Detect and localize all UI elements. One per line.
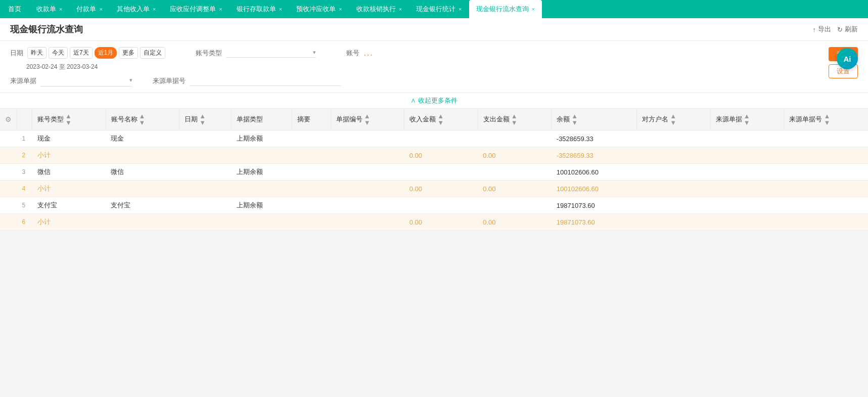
source-doc-label: 来源单据	[10, 76, 36, 85]
col-header-date[interactable]: 日期▲▼	[179, 109, 232, 130]
cell-summary	[292, 147, 331, 164]
nav-tab-收款单[interactable]: 收款单×	[29, 0, 69, 18]
cell-income: 0.00	[404, 147, 478, 164]
date-btn-昨天[interactable]: 昨天	[27, 47, 47, 59]
sort-icon-source_doc_num[interactable]: ▲▼	[824, 113, 830, 126]
date-btn-今天[interactable]: 今天	[49, 47, 68, 59]
tab-close-icon[interactable]: ×	[399, 6, 402, 12]
tab-close-icon[interactable]: ×	[59, 6, 62, 12]
date-btn-更多[interactable]: 更多	[119, 47, 138, 59]
cell-account_type: 小计	[32, 147, 106, 164]
source-doc-input[interactable]	[40, 75, 129, 85]
col-header-source_doc[interactable]: 来源单据▲▼	[710, 109, 784, 130]
nav-tab-应收应付调整单[interactable]: 应收应付调整单×	[163, 0, 229, 18]
tab-close-icon[interactable]: ×	[99, 6, 102, 12]
sort-icon-balance[interactable]: ▲▼	[571, 113, 578, 126]
sort-icon-counterpart[interactable]: ▲▼	[670, 113, 676, 126]
account-type-arrow-icon[interactable]: ▾	[313, 49, 316, 56]
sort-icon-income[interactable]: ▲▼	[437, 113, 444, 126]
nav-tab-付款单[interactable]: 付款单×	[69, 0, 109, 18]
account-dots-button[interactable]: ...	[363, 49, 373, 58]
cell-doc_number	[331, 130, 404, 147]
cell-doc_type: 上期余额	[232, 164, 292, 181]
sort-icon-account_name[interactable]: ▲▼	[139, 113, 146, 126]
row-settings-cell	[0, 214, 17, 231]
row-number: 3	[17, 164, 32, 181]
cell-counterpart	[637, 130, 711, 147]
cell-counterpart	[637, 164, 711, 181]
col-header-expense[interactable]: 支出金额▲▼	[478, 109, 552, 130]
tab-close-icon[interactable]: ×	[532, 6, 535, 12]
date-btn-近1月[interactable]: 近1月	[95, 47, 117, 59]
sort-icon-account_type[interactable]: ▲▼	[65, 113, 72, 126]
col-header-income[interactable]: 收入金额▲▼	[404, 109, 478, 130]
date-filter-group: 日期 昨天今天近7天近1月更多自定义	[10, 47, 165, 59]
col-header-balance[interactable]: 余额▲▼	[552, 109, 637, 130]
table-row: 6小计0.000.0019871073.60	[0, 214, 868, 231]
source-doc-arrow-icon[interactable]: ▾	[129, 77, 132, 83]
cell-balance: 100102606.60	[552, 181, 637, 197]
ai-badge[interactable]: Ai	[837, 48, 858, 69]
date-range-display: 2023-02-24 至 2023-03-24	[26, 63, 98, 70]
cell-source_doc_num	[784, 147, 868, 164]
source-doc-select-wrapper: ▾	[40, 75, 132, 86]
row-settings-cell	[0, 147, 17, 164]
date-btn-自定义[interactable]: 自定义	[140, 47, 165, 59]
col-header-account_type[interactable]: 账号类型▲▼	[32, 109, 106, 130]
cell-counterpart	[637, 214, 711, 231]
sort-icon-date[interactable]: ▲▼	[199, 113, 206, 126]
cell-source_doc_num	[784, 164, 868, 181]
cell-account_name: 微信	[106, 164, 179, 181]
tab-close-icon[interactable]: ×	[219, 6, 222, 12]
cell-balance: 19871073.60	[552, 197, 637, 214]
collapse-bar[interactable]: ∧ 收起更多条件	[0, 93, 868, 109]
account-type-select-wrapper: ▾	[226, 49, 316, 58]
date-label: 日期	[10, 49, 23, 58]
source-doc-num-label: 来源单据号	[153, 76, 186, 85]
col-header-settings: ⚙	[0, 109, 17, 130]
cell-expense: 0.00	[478, 147, 552, 164]
top-nav: 首页 收款单×付款单×其他收入单×应收应付调整单×银行存取款单×预收冲应收单×收…	[0, 0, 868, 18]
refresh-icon: ↻	[837, 26, 843, 33]
cell-source_doc	[710, 130, 784, 147]
col-header-doc_number[interactable]: 单据编号▲▼	[331, 109, 404, 130]
export-button[interactable]: ↑ 导出	[813, 25, 832, 34]
cell-doc_type: 上期余额	[232, 197, 292, 214]
tab-close-icon[interactable]: ×	[153, 6, 156, 12]
gear-icon[interactable]: ⚙	[5, 115, 12, 123]
cell-balance: 19871073.60	[552, 214, 637, 231]
cell-date	[179, 164, 232, 181]
nav-tab-其他收入单[interactable]: 其他收入单×	[110, 0, 163, 18]
nav-tab-预收冲应收单[interactable]: 预收冲应收单×	[289, 0, 349, 18]
row-settings-cell	[0, 181, 17, 197]
tab-close-icon[interactable]: ×	[459, 6, 462, 12]
tab-close-icon[interactable]: ×	[279, 6, 282, 12]
refresh-button[interactable]: ↻ 刷新	[837, 25, 858, 34]
source-doc-num-input[interactable]	[190, 76, 341, 86]
cell-income	[404, 130, 478, 147]
tab-close-icon[interactable]: ×	[339, 6, 342, 12]
sort-icon-doc_number[interactable]: ▲▼	[364, 113, 371, 126]
col-header-source_doc_num[interactable]: 来源单据号▲▼	[784, 109, 868, 130]
cell-expense	[478, 130, 552, 147]
nav-home[interactable]: 首页	[0, 0, 29, 18]
cell-date	[179, 214, 232, 231]
row-number: 5	[17, 197, 32, 214]
collapse-icon: ∧	[410, 97, 418, 104]
row-settings-cell	[0, 164, 17, 181]
nav-tab-现金银行流水查询[interactable]: 现金银行流水查询×	[469, 0, 542, 18]
cell-account_name	[106, 214, 179, 231]
account-type-input[interactable]	[226, 49, 311, 56]
cell-summary	[292, 164, 331, 181]
col-header-counterpart[interactable]: 对方户名▲▼	[637, 109, 711, 130]
nav-tab-现金银行统计[interactable]: 现金银行统计×	[409, 0, 469, 18]
sort-icon-source_doc[interactable]: ▲▼	[744, 113, 750, 126]
cell-income: 0.00	[404, 214, 478, 231]
cell-source_doc	[710, 214, 784, 231]
nav-tab-银行存取款单[interactable]: 银行存取款单×	[230, 0, 289, 18]
nav-tab-收款核销执行[interactable]: 收款核销执行×	[349, 0, 409, 18]
col-header-account_name[interactable]: 账号名称▲▼	[106, 109, 179, 130]
date-btn-近7天[interactable]: 近7天	[70, 47, 93, 59]
sort-icon-expense[interactable]: ▲▼	[511, 113, 518, 126]
table-row: 2小计0.000.00-3528659.33	[0, 147, 868, 164]
